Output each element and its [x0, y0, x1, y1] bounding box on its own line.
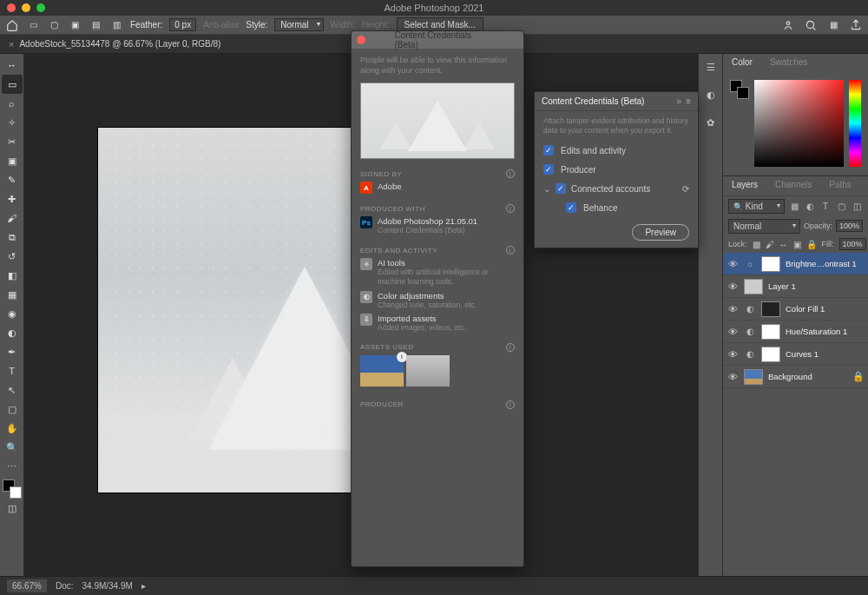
- lasso-tool[interactable]: ⌕: [2, 94, 23, 113]
- layer-thumbnail[interactable]: [761, 301, 780, 317]
- zoom-level[interactable]: 66.67%: [7, 579, 47, 592]
- layer-row[interactable]: 👁 ◐ Color Fill 1: [723, 298, 868, 321]
- window-minimize[interactable]: [22, 3, 30, 12]
- share-doc-icon[interactable]: [849, 18, 863, 32]
- add-selection-icon[interactable]: ▣: [68, 18, 82, 32]
- lock-transparency-icon[interactable]: ▩: [753, 238, 760, 250]
- filter-adjust-icon[interactable]: ◐: [804, 201, 816, 213]
- blur-tool[interactable]: ◉: [2, 304, 23, 323]
- collapse-icon[interactable]: »: [677, 96, 682, 106]
- layer-thumbnail[interactable]: [761, 256, 780, 272]
- share-icon[interactable]: [781, 18, 795, 32]
- wand-tool[interactable]: ✧: [2, 113, 23, 132]
- home-icon[interactable]: [5, 18, 19, 32]
- info-icon[interactable]: i: [506, 246, 515, 255]
- layer-name[interactable]: Curves 1: [786, 349, 865, 359]
- new-selection-icon[interactable]: ▢: [47, 18, 61, 32]
- search-icon[interactable]: [804, 18, 818, 32]
- info-icon[interactable]: i: [506, 169, 515, 178]
- blend-mode-select[interactable]: Normal: [728, 219, 800, 234]
- eraser-tool[interactable]: ◧: [2, 266, 23, 285]
- subtract-selection-icon[interactable]: ▤: [89, 18, 102, 32]
- marquee-icon[interactable]: ▭: [26, 18, 40, 32]
- color-well[interactable]: [3, 479, 22, 499]
- preview-button[interactable]: Preview: [632, 224, 689, 241]
- intersect-selection-icon[interactable]: ▥: [109, 18, 123, 32]
- visibility-icon[interactable]: 👁: [727, 258, 739, 270]
- style-select[interactable]: Normal: [274, 18, 323, 31]
- path-tool[interactable]: ↖: [2, 380, 23, 400]
- paths-tab[interactable]: Paths: [820, 176, 860, 195]
- brush-tool[interactable]: 🖌: [2, 208, 23, 228]
- eyedropper-tool[interactable]: ✎: [2, 170, 23, 189]
- frame-tool[interactable]: ▣: [2, 151, 23, 170]
- healing-tool[interactable]: ✚: [2, 189, 23, 208]
- shape-tool[interactable]: ▢: [2, 400, 23, 419]
- history-brush-tool[interactable]: ↺: [2, 247, 23, 266]
- feather-input[interactable]: 0 px: [169, 18, 196, 31]
- color-field[interactable]: [754, 80, 844, 167]
- lock-position-icon[interactable]: ↔: [779, 238, 788, 250]
- crop-tool[interactable]: ✂: [2, 132, 23, 151]
- menu-icon[interactable]: ≡: [686, 96, 691, 106]
- modal-titlebar[interactable]: Content Credentials (Beta): [352, 31, 523, 49]
- workspace-icon[interactable]: ▦: [826, 18, 840, 32]
- info-icon[interactable]: i: [506, 204, 515, 213]
- swatches-tab[interactable]: Swatches: [761, 54, 816, 73]
- window-close[interactable]: [7, 3, 16, 12]
- window-maximize[interactable]: [36, 3, 45, 12]
- opacity-input[interactable]: 100%: [836, 220, 863, 232]
- expand-toggle[interactable]: ⌄: [543, 184, 552, 194]
- adjustments-icon[interactable]: ◐: [703, 87, 719, 102]
- info-icon[interactable]: i: [506, 343, 515, 352]
- hand-tool[interactable]: ✋: [2, 419, 23, 438]
- libraries-icon[interactable]: ☰: [703, 59, 719, 75]
- close-tab-icon[interactable]: ×: [9, 39, 14, 50]
- layer-name[interactable]: Brightne…ontrast 1: [786, 259, 865, 268]
- document-tab[interactable]: × AdobeStock_55134478 @ 66.67% (Layer 0,…: [0, 35, 229, 53]
- dodge-tool[interactable]: ◐: [2, 323, 23, 342]
- zoom-tool[interactable]: 🔍: [2, 438, 23, 457]
- filter-type-icon[interactable]: T: [819, 201, 832, 213]
- behance-checkbox[interactable]: ✓: [566, 202, 576, 213]
- filter-pixel-icon[interactable]: ▦: [788, 201, 800, 213]
- visibility-icon[interactable]: 👁: [727, 303, 739, 315]
- producer-checkbox[interactable]: ✓: [543, 164, 554, 175]
- edits-checkbox[interactable]: ✓: [543, 145, 554, 155]
- move-tool[interactable]: ↔: [2, 56, 23, 75]
- filter-shape-icon[interactable]: ▢: [835, 201, 847, 213]
- connected-checkbox[interactable]: ✓: [556, 183, 566, 194]
- layer-row[interactable]: 👁 ◐ Curves 1: [723, 343, 868, 366]
- visibility-icon[interactable]: 👁: [727, 348, 739, 360]
- filter-kind-select[interactable]: 🔍 Kind: [728, 199, 785, 214]
- modal-close[interactable]: [357, 36, 365, 44]
- lock-pixels-icon[interactable]: 🖌: [766, 238, 774, 250]
- layers-tab[interactable]: Layers: [723, 176, 766, 195]
- lock-artboard-icon[interactable]: ▣: [793, 238, 801, 250]
- info-icon[interactable]: i: [506, 400, 515, 409]
- chevron-right-icon[interactable]: ▸: [141, 581, 146, 591]
- layer-row[interactable]: 👁 Layer 1: [723, 275, 868, 298]
- type-tool[interactable]: T: [2, 361, 23, 380]
- layer-thumbnail[interactable]: [761, 324, 780, 340]
- color-tab[interactable]: Color: [723, 54, 761, 73]
- hue-slider[interactable]: [849, 80, 861, 167]
- refresh-icon[interactable]: ⟳: [682, 184, 689, 194]
- layer-row[interactable]: 👁 Background 🔒: [723, 366, 868, 388]
- visibility-icon[interactable]: 👁: [727, 281, 739, 293]
- asset-thumbnail[interactable]: i: [360, 355, 404, 387]
- gradient-tool[interactable]: ▦: [2, 285, 23, 304]
- layer-row[interactable]: 👁 ☼ Brightne…ontrast 1: [723, 253, 868, 275]
- panel-color-well[interactable]: [730, 80, 749, 99]
- stamp-tool[interactable]: ⧉: [2, 228, 23, 247]
- filter-smart-icon[interactable]: ◫: [851, 201, 863, 213]
- layer-name[interactable]: Color Fill 1: [786, 304, 865, 314]
- layer-name[interactable]: Layer 1: [768, 281, 865, 291]
- layer-name[interactable]: Background: [768, 372, 847, 381]
- layer-name[interactable]: Hue/Saturation 1: [786, 327, 865, 336]
- visibility-icon[interactable]: 👁: [727, 326, 739, 338]
- fill-input[interactable]: 100%: [839, 238, 866, 250]
- marquee-tool[interactable]: ▭: [2, 75, 23, 94]
- layer-thumbnail[interactable]: [761, 347, 780, 362]
- layer-thumbnail[interactable]: [744, 279, 763, 294]
